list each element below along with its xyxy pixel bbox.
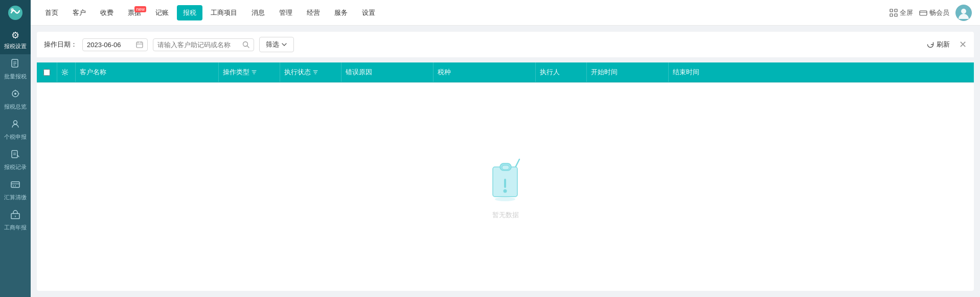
topnav-item-shoufei[interactable]: 收费: [94, 5, 120, 20]
th-executor: 执行人: [536, 62, 587, 82]
search-icon[interactable]: [242, 41, 249, 48]
svg-point-41: [495, 197, 515, 201]
chevron-down-icon: [281, 41, 287, 48]
th-customer-name: 客户名称: [76, 62, 219, 82]
calendar-icon: [136, 41, 143, 48]
filter-date-label: 操作日期：: [44, 40, 77, 49]
sidebar-item-huisuan-jiaona[interactable]: 汇算清缴: [0, 175, 31, 205]
refresh-icon: [926, 40, 935, 49]
topnav-item-jizhang[interactable]: 记账: [149, 5, 175, 20]
svg-point-7: [14, 93, 16, 95]
table-header: 客户名称 操作类型 执行状态 错误原因 税种 执行人 开始时间 结束: [37, 62, 974, 82]
svg-rect-21: [895, 9, 897, 12]
empty-clipboard-icon: [483, 154, 529, 205]
sidebar-item-gongshang-nianbao[interactable]: 工商年报: [0, 205, 31, 236]
sidebar-logo[interactable]: [0, 0, 31, 26]
th-start-time: 开始时间: [587, 62, 669, 82]
th-settings: [57, 62, 76, 82]
geshui-shenbao-icon: [10, 119, 20, 132]
svg-rect-14: [11, 182, 19, 187]
table-body: 暂无数据: [37, 82, 974, 291]
topnav-item-fuwu[interactable]: 服务: [328, 5, 354, 20]
th-error-reason: 错误原因: [341, 62, 434, 82]
filter-icon: [252, 70, 257, 75]
svg-rect-20: [890, 9, 893, 12]
sidebar-item-geshui-shenbao[interactable]: 个税申报: [0, 115, 31, 145]
baoshui-zonglan-icon: [10, 89, 20, 101]
settings-icon[interactable]: [61, 69, 69, 76]
topnav-items: 首页 客户 收费 票据 new 记账 报税 工商项目 消息 管理 经营 服务 设…: [39, 5, 890, 20]
svg-point-1: [11, 8, 14, 11]
search-wrapper[interactable]: [153, 38, 254, 51]
fullscreen-btn[interactable]: 全屏: [890, 8, 913, 17]
baoshui-jilu-icon: [10, 149, 20, 162]
main-wrapper: 首页 客户 收费 票据 new 记账 报税 工商项目 消息 管理 经营 服务 设…: [31, 0, 980, 297]
filter-button[interactable]: 筛选: [259, 37, 294, 52]
topnav-item-guanli[interactable]: 管理: [273, 5, 299, 20]
svg-rect-28: [136, 42, 143, 48]
topnav-item-jingying[interactable]: 经营: [301, 5, 326, 20]
baoshui-shezhi-icon: ⚙: [11, 30, 19, 41]
vip-icon: [919, 9, 927, 17]
content-area: 操作日期： 筛选: [31, 26, 980, 297]
table-wrapper: 客户名称 操作类型 执行状态 错误原因 税种 执行人 开始时间 结束: [37, 62, 974, 291]
th-tax-type: 税种: [434, 62, 536, 82]
svg-rect-38: [502, 165, 509, 169]
sidebar-item-baoshui-jilu[interactable]: 报税记录: [0, 145, 31, 175]
svg-rect-22: [890, 14, 893, 16]
search-input[interactable]: [157, 41, 239, 49]
topnav-item-shezhi[interactable]: 设置: [356, 5, 381, 20]
topnav: 首页 客户 收费 票据 new 记账 报税 工商项目 消息 管理 经营 服务 设…: [31, 0, 980, 26]
filter-icon-2: [313, 70, 318, 75]
empty-text: 暂无数据: [492, 210, 519, 220]
svg-rect-23: [895, 14, 897, 16]
th-end-time: 结束时间: [669, 62, 740, 82]
date-picker[interactable]: [82, 38, 148, 51]
svg-rect-11: [12, 151, 17, 158]
sidebar: ⚙ 报税设置 批量报税 报税总览: [0, 0, 31, 297]
close-button[interactable]: ✕: [959, 39, 967, 50]
svg-point-16: [13, 185, 14, 186]
svg-line-33: [247, 46, 249, 48]
svg-point-17: [15, 185, 16, 186]
gongshang-nianbao-icon: [10, 209, 20, 222]
sidebar-item-baoshui-shezhi[interactable]: ⚙ 报税设置: [0, 26, 31, 54]
svg-rect-24: [920, 11, 927, 15]
svg-rect-40: [504, 179, 506, 188]
th-exec-status[interactable]: 执行状态: [280, 62, 341, 82]
empty-illustration: 暂无数据: [483, 154, 529, 220]
th-operation-type[interactable]: 操作类型: [219, 62, 280, 82]
sidebar-item-baoshui-zonglan[interactable]: 报税总览: [0, 84, 31, 115]
date-input[interactable]: [87, 41, 133, 49]
svg-point-27: [961, 9, 966, 14]
sidebar-item-piliang-baoshui[interactable]: 批量报税: [0, 54, 31, 84]
topnav-item-home[interactable]: 首页: [39, 5, 64, 20]
topnav-item-gongshang[interactable]: 工商项目: [204, 5, 243, 20]
vip-btn[interactable]: 畅会员: [919, 8, 949, 17]
huisuan-jiaona-icon: [10, 179, 20, 192]
th-checkbox[interactable]: [37, 62, 57, 82]
user-avatar[interactable]: [955, 5, 972, 21]
select-all-checkbox[interactable]: [43, 69, 50, 76]
piliang-baoshui-icon: [10, 58, 20, 71]
topnav-item-baoshui[interactable]: 报税: [177, 5, 202, 20]
piao-badge: new: [134, 6, 146, 13]
topnav-item-customer[interactable]: 客户: [66, 5, 92, 20]
fullscreen-icon: [890, 9, 898, 17]
svg-point-10: [14, 121, 17, 124]
filter-bar: 操作日期： 筛选: [37, 32, 974, 57]
refresh-button[interactable]: 刷新: [926, 40, 950, 49]
topnav-item-piao[interactable]: 票据 new: [122, 5, 147, 20]
topnav-item-xiaoxi[interactable]: 消息: [245, 5, 271, 20]
svg-point-34: [64, 71, 66, 74]
svg-point-39: [503, 189, 507, 193]
topnav-right: 全屏 畅会员: [890, 5, 972, 21]
